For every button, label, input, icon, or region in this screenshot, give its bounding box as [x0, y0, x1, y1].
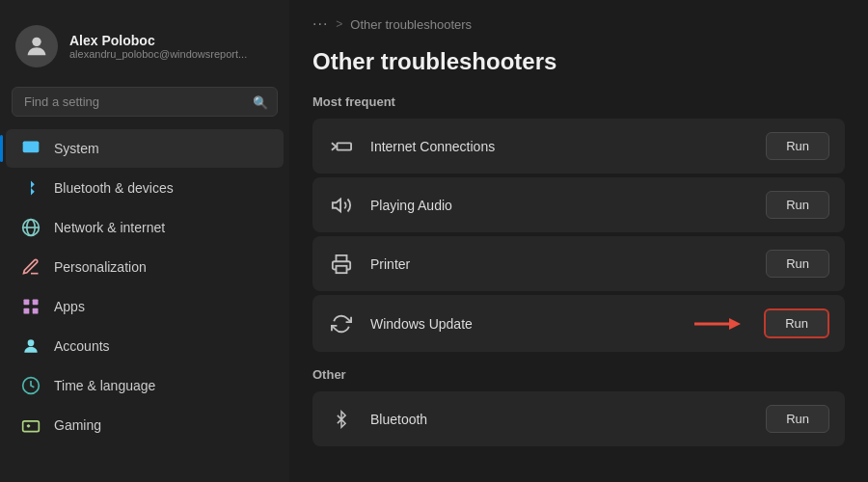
sidebar-item-bluetooth-label: Bluetooth & devices — [54, 180, 174, 196]
sidebar-item-time-label: Time & language — [54, 378, 155, 393]
sidebar-item-apps[interactable]: Apps — [6, 287, 284, 326]
breadcrumb-dots: ··· — [312, 15, 328, 33]
bluetooth2-icon — [328, 406, 355, 433]
sidebar-item-apps-label: Apps — [54, 299, 85, 314]
svg-rect-10 — [33, 308, 39, 314]
audio-name: Playing Audio — [370, 198, 750, 213]
sidebar-item-gaming[interactable]: Gaming — [6, 406, 284, 444]
main-content: ··· > Other troubleshooters Other troubl… — [289, 0, 868, 482]
sidebar-item-bluetooth[interactable]: Bluetooth & devices — [6, 169, 284, 207]
personalization-icon — [21, 257, 41, 277]
audio-run-button[interactable]: Run — [766, 191, 829, 219]
section-other: Other Bluetooth Run — [312, 367, 845, 446]
internet-run-button[interactable]: Run — [766, 132, 829, 160]
bluetooth2-name: Bluetooth — [370, 412, 750, 427]
bluetooth-icon — [21, 178, 41, 198]
troubleshooter-internet: Internet Connections Run — [312, 119, 845, 174]
apps-icon — [21, 297, 41, 316]
winupdate-icon — [328, 310, 355, 337]
svg-rect-8 — [33, 300, 39, 306]
section-most-frequent-label: Most frequent — [312, 94, 845, 109]
gaming-icon — [21, 415, 41, 435]
sidebar-item-gaming-label: Gaming — [54, 417, 101, 433]
svg-rect-1 — [23, 142, 40, 153]
sidebar-item-system-label: System — [54, 141, 99, 156]
audio-icon — [328, 192, 355, 219]
avatar — [15, 25, 58, 67]
sidebar-item-personalization-label: Personalization — [54, 259, 147, 275]
search-box[interactable]: 🔍 — [12, 87, 278, 117]
svg-point-11 — [28, 339, 35, 346]
troubleshooter-winupdate: Windows Update Run — [312, 295, 845, 352]
sidebar-item-network[interactable]: Network & internet — [6, 208, 284, 247]
bluetooth2-run-button[interactable]: Run — [766, 405, 829, 433]
troubleshooter-bluetooth: Bluetooth Run — [312, 391, 845, 446]
svg-rect-7 — [24, 300, 30, 306]
troubleshooter-audio: Playing Audio Run — [312, 177, 845, 232]
troubleshooter-printer: Printer Run — [312, 236, 845, 291]
sidebar-item-accounts[interactable]: Accounts — [6, 327, 284, 365]
printer-name: Printer — [370, 256, 750, 272]
accounts-icon — [21, 336, 41, 356]
sidebar-item-time[interactable]: Time & language — [6, 366, 284, 405]
printer-icon — [328, 251, 355, 278]
sidebar-nav: System Bluetooth & devices Network & int… — [0, 128, 289, 445]
sidebar-item-accounts-label: Accounts — [54, 338, 110, 354]
svg-rect-14 — [337, 143, 351, 149]
sidebar: Alex Poloboc alexandru_poloboc@windowsre… — [0, 0, 289, 482]
svg-rect-16 — [337, 265, 347, 272]
svg-point-0 — [32, 38, 41, 46]
user-name: Alex Poloboc — [69, 33, 247, 48]
user-info: Alex Poloboc alexandru_poloboc@windowsre… — [69, 33, 247, 60]
breadcrumb: ··· > Other troubleshooters — [312, 15, 845, 33]
winupdate-run-button[interactable]: Run — [764, 308, 829, 338]
sidebar-item-system[interactable]: System — [6, 129, 284, 168]
user-profile[interactable]: Alex Poloboc alexandru_poloboc@windowsre… — [0, 10, 289, 79]
svg-marker-18 — [729, 318, 741, 330]
svg-line-2 — [27, 184, 31, 188]
search-input[interactable] — [12, 87, 278, 117]
sidebar-item-network-label: Network & internet — [54, 220, 165, 235]
system-icon — [21, 139, 41, 158]
printer-run-button[interactable]: Run — [766, 250, 829, 278]
network-icon — [21, 218, 41, 237]
internet-name: Internet Connections — [370, 139, 750, 154]
arrow-indicator — [694, 312, 741, 335]
internet-icon — [328, 133, 355, 160]
time-icon — [21, 376, 41, 395]
page-title: Other troubleshooters — [312, 48, 845, 75]
breadcrumb-sep: > — [336, 17, 342, 31]
winupdate-name: Windows Update — [370, 316, 679, 332]
svg-rect-13 — [23, 421, 40, 432]
svg-marker-15 — [333, 199, 340, 211]
user-email: alexandru_poloboc@windowsreport... — [69, 48, 247, 60]
svg-line-3 — [27, 188, 31, 192]
svg-rect-9 — [24, 308, 30, 314]
sidebar-item-personalization[interactable]: Personalization — [6, 248, 284, 286]
breadcrumb-title: Other troubleshooters — [350, 17, 472, 32]
section-other-label: Other — [312, 367, 845, 382]
